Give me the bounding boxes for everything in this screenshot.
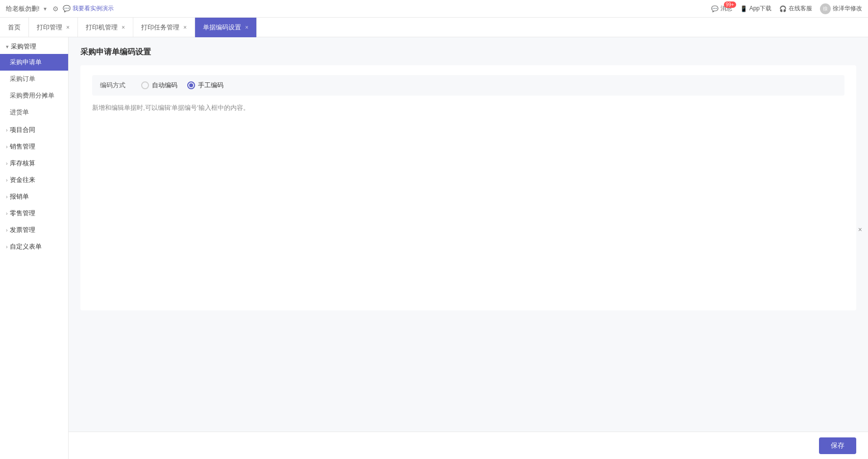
tab-close-icon[interactable]: × [245,24,248,31]
sidebar-group-title-funds[interactable]: › 资金往来 [0,171,68,187]
sidebar-item-inbound[interactable]: 进货单 [0,104,68,121]
tab-printer-management[interactable]: 打印机管理 × [78,18,133,37]
sidebar-group-title-purchase[interactable]: ▾ 采购管理 [0,37,68,54]
online-service-button[interactable]: 🎧 在线客服 [779,4,812,13]
group-label: 发票管理 [10,226,35,234]
tab-print-task[interactable]: 打印任务管理 × [133,18,195,37]
manual-code-label: 手工编码 [198,81,223,90]
brand-label: 给老板勿删! [6,4,40,13]
tab-close-icon[interactable]: × [183,24,187,31]
sidebar-group-custom: › 自定义表单 [0,237,68,254]
group-label: 库存核算 [10,159,35,168]
tab-code-settings[interactable]: 单据编码设置 × [195,18,257,37]
sidebar-group-title-expense[interactable]: › 报销单 [0,187,68,204]
encoding-row: 编码方式 自动编码 手工编码 [92,75,844,96]
sidebar-group-title-contract[interactable]: › 项目合同 [0,121,68,137]
group-label: 销售管理 [10,142,35,151]
sidebar-group-invoice: › 发票管理 [0,221,68,237]
user-menu[interactable]: 徐 徐泽华修改 [820,3,862,14]
top-bar-left: 给老板勿删! ▾ ⚙ 我要看实例演示 [6,4,114,13]
tab-home-label: 首页 [8,23,21,32]
top-bar: 给老板勿删! ▾ ⚙ 我要看实例演示 💬 消息 99+ 📱 App下载 🎧 在线… [0,0,868,18]
auto-code-radio[interactable]: 自动编码 [141,81,177,90]
tab-bar: 首页 打印管理 × 打印机管理 × 打印任务管理 × 单据编码设置 × × [0,18,868,37]
tab-print-management[interactable]: 打印管理 × [29,18,78,37]
message-badge: 99+ [724,1,736,8]
sidebar-group-title-sales[interactable]: › 销售管理 [0,137,68,154]
message-icon: 💬 [711,5,719,12]
radio-circle-manual [187,81,195,89]
chevron-right-icon: › [6,177,8,183]
sidebar-item-purchase-cost[interactable]: 采购费用分摊单 [0,87,68,104]
main-layout: ▾ 采购管理 采购申请单 采购订单 采购费用分摊单 进货单 › 项目合同 › 销… [0,37,868,459]
group-label: 资金往来 [10,176,35,184]
radio-circle-auto [141,81,149,89]
sidebar-group-inventory: › 库存核算 [0,154,68,171]
chevron-down-icon: ▾ [6,44,9,50]
tab-label: 打印任务管理 [141,23,179,32]
chevron-right-icon: › [6,244,8,250]
group-label: 零售管理 [10,209,35,218]
sidebar-group-sales: › 销售管理 [0,137,68,154]
auto-code-label: 自动编码 [152,81,177,90]
sidebar-group-title-inventory[interactable]: › 库存核算 [0,154,68,171]
hint-text: 新增和编辑单据时,可以编辑'单据编号'输入框中的内容。 [92,103,844,112]
sidebar: ▾ 采购管理 采购申请单 采购订单 采购费用分摊单 进货单 › 项目合同 › 销… [0,37,69,459]
sidebar-item-purchase-order[interactable]: 采购订单 [0,71,68,87]
dropdown-icon[interactable]: ▾ [44,5,47,12]
chevron-right-icon: › [6,144,8,150]
sidebar-group-title-retail[interactable]: › 零售管理 [0,204,68,221]
headset-icon: 🎧 [779,5,787,12]
gear-icon[interactable]: ⚙ [52,5,59,13]
app-download-button[interactable]: 📱 App下载 [740,4,771,13]
save-button[interactable]: 保存 [819,437,856,454]
top-bar-right: 💬 消息 99+ 📱 App下载 🎧 在线客服 徐 徐泽华修改 [711,3,862,14]
tab-label: 打印机管理 [86,23,118,32]
group-label: 自定义表单 [10,242,42,251]
message-button[interactable]: 💬 消息 99+ [711,4,732,13]
sidebar-group-contract: › 项目合同 [0,121,68,137]
sidebar-group-retail: › 零售管理 [0,204,68,221]
tab-label: 单据编码设置 [203,23,241,32]
content-area: 采购申请单编码设置 编码方式 自动编码 手工编码 [69,37,868,432]
service-label: 在线客服 [789,4,812,13]
sidebar-group-title-invoice[interactable]: › 发票管理 [0,221,68,237]
chevron-right-icon: › [6,227,8,233]
sidebar-group-title-custom[interactable]: › 自定义表单 [0,237,68,254]
chevron-right-icon: › [6,160,8,166]
group-label: 报销单 [10,192,29,201]
avatar: 徐 [820,3,831,14]
phone-icon: 📱 [740,5,747,12]
encoding-method-label: 编码方式 [100,81,125,90]
demo-link[interactable]: 我要看实例演示 [63,4,114,13]
sidebar-group-expense: › 报销单 [0,187,68,204]
page-title: 采购申请单编码设置 [80,47,856,57]
user-name: 徐泽华修改 [833,4,862,13]
bottom-bar: 保存 [69,432,868,459]
group-label: 采购管理 [11,42,36,51]
chevron-right-icon: › [6,127,8,133]
sidebar-item-purchase-request[interactable]: 采购申请单 [0,54,68,71]
chevron-right-icon: › [6,194,8,200]
window-close-icon[interactable]: × [858,226,862,233]
tab-close-icon[interactable]: × [122,24,125,31]
tab-home[interactable]: 首页 [0,18,29,37]
group-label: 项目合同 [10,126,35,134]
manual-code-radio[interactable]: 手工编码 [187,81,223,90]
settings-card: 编码方式 自动编码 手工编码 新增和编辑单据时,可以编辑'单据编号'输入框中的内… [80,65,856,310]
app-label: App下载 [749,4,771,13]
chevron-right-icon: › [6,210,8,216]
sidebar-group-purchase: ▾ 采购管理 采购申请单 采购订单 采购费用分摊单 进货单 [0,37,68,121]
main-content: 采购申请单编码设置 编码方式 自动编码 手工编码 [69,37,868,459]
sidebar-group-funds: › 资金往来 [0,171,68,187]
tab-close-icon[interactable]: × [66,24,70,31]
tab-label: 打印管理 [37,23,62,32]
radio-group: 自动编码 手工编码 [141,81,223,90]
